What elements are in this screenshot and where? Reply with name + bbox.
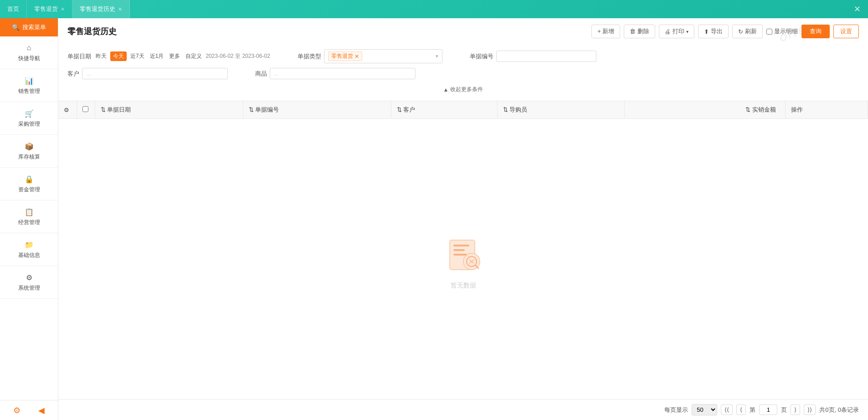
date-options: 昨天今天近7天近1月更多自定义2023-06-02 至 2023-06-02 xyxy=(94,51,270,61)
customer-filter-select[interactable]: ... xyxy=(82,68,228,79)
delete-button[interactable]: 🗑 删除 xyxy=(624,25,655,38)
th-guide-label: ⇅ 导购员 xyxy=(503,106,528,113)
print-icon: 🖨 xyxy=(665,28,671,35)
page-unit: 页 xyxy=(781,406,787,414)
select-all-checkbox[interactable] xyxy=(82,106,88,112)
sidebar-item-finance[interactable]: 🔒 资金管理 xyxy=(0,168,58,200)
sidebar: 🔍 搜索菜单 ⌂ 快捷导航 📊 销售管理 🛒 采购管理 📦 库存核算 🔒 资金管… xyxy=(0,18,58,420)
top-tab-home[interactable]: 首页 xyxy=(0,0,27,18)
th-date-label: ⇅ 单据日期 xyxy=(101,106,131,113)
th-checkbox[interactable] xyxy=(77,101,95,119)
date-opt-today[interactable]: 今天 xyxy=(110,51,127,61)
pagination-bar: 每页显示 102050100 ⟨⟨ ⟨ 第 1 页 ⟩ ⟩⟩ 共0页, 0条记录 xyxy=(58,399,868,420)
top-bar-right: ✕ xyxy=(854,4,868,14)
type-tags: 零售退货 ✕ xyxy=(328,51,362,61)
refresh-button[interactable]: ↻ 刷新 xyxy=(732,25,763,38)
sidebar-icon-inventory: 📦 xyxy=(24,141,34,151)
date-opt-custom[interactable]: 自定义 xyxy=(184,51,204,61)
table-header-row: ⚙ ⇅ 单据日期 ⇅ 单据编号 ⇅ 客户 xyxy=(58,101,868,119)
close-tab-retail-return[interactable]: ✕ xyxy=(61,6,65,12)
page-title-row: 零售退货历史 + 新增 🗑 删除 🖨 打印 ▾ ⬆ 导出 ↻ xyxy=(67,25,859,38)
page-label: 第 xyxy=(750,406,755,414)
filter-row-2: 客户 ... 商品 ... xyxy=(67,68,859,79)
type-tag: 零售退货 ✕ xyxy=(328,51,362,61)
collapse-sidebar-icon[interactable]: ◀ xyxy=(38,405,45,415)
export-icon: ⬆ xyxy=(704,28,709,35)
sidebar-icon-finance: 🔒 xyxy=(24,174,34,184)
first-page-button[interactable]: ⟨⟨ xyxy=(721,405,733,415)
top-tab-retail-return[interactable]: 零售退货✕ xyxy=(27,0,72,18)
th-settings[interactable]: ⚙ xyxy=(58,101,77,119)
th-date: ⇅ 单据日期 xyxy=(95,101,243,119)
th-number-label: ⇅ 单据编号 xyxy=(249,106,279,113)
svg-rect-3 xyxy=(453,254,467,256)
type-select-arrow: ▾ xyxy=(436,53,438,59)
show-detail-label: 显示明细 xyxy=(774,27,798,36)
sidebar-item-quick-nav[interactable]: ⌂ 快捷导航 xyxy=(0,36,58,69)
print-dropdown-icon: ▾ xyxy=(686,29,688,34)
sidebar-icon-sales-mgmt: 📊 xyxy=(24,76,34,86)
query-button[interactable]: 查询 xyxy=(801,25,830,38)
sidebar-search[interactable]: 🔍 搜索菜单 xyxy=(0,18,58,36)
sidebar-item-basic-info[interactable]: 📁 基础信息 xyxy=(0,233,58,266)
new-button[interactable]: + 新增 xyxy=(591,25,620,38)
sidebar-icon-purchase-mgmt: 🛒 xyxy=(24,108,34,118)
th-amount-label: ⇅ 实销金额 xyxy=(745,106,776,113)
collapse-label: 收起更多条件 xyxy=(450,86,483,93)
settings-icon[interactable]: ⚙ xyxy=(64,107,69,113)
setting-button[interactable]: 设置 xyxy=(833,25,859,38)
sidebar-item-purchase-mgmt[interactable]: 🛒 采购管理 xyxy=(0,102,58,135)
sidebar-item-operation[interactable]: 📋 经营管理 xyxy=(0,200,58,233)
sidebar-label-sales-mgmt: 销售管理 xyxy=(18,87,40,95)
page-size-select[interactable]: 102050100 xyxy=(692,404,717,415)
export-label: 导出 xyxy=(711,27,723,36)
sidebar-item-system[interactable]: ⚙ 系统管理 xyxy=(0,266,58,299)
sidebar-icon-operation: 📋 xyxy=(24,207,34,217)
last-page-button[interactable]: ⟩⟩ xyxy=(804,405,816,415)
page-input[interactable]: 1 xyxy=(759,405,777,415)
number-filter-label: 单据编号 xyxy=(470,52,493,61)
empty-state: 暂无数据 xyxy=(58,119,868,399)
settings-bottom-icon[interactable]: ⚙ xyxy=(13,405,21,415)
close-window-button[interactable]: ✕ xyxy=(854,4,861,14)
refresh-icon: ↻ xyxy=(738,28,743,35)
date-opt-yesterday[interactable]: 昨天 xyxy=(94,51,108,61)
show-detail-checkbox[interactable]: 显示明细 xyxy=(766,27,798,36)
sidebar-search-label: 搜索菜单 xyxy=(22,23,46,31)
search-icon: 🔍 xyxy=(12,24,20,31)
date-opt-more[interactable]: 更多 xyxy=(167,51,182,61)
close-tab-retail-return-history[interactable]: ✕ xyxy=(118,6,122,12)
sidebar-label-purchase-mgmt: 采购管理 xyxy=(18,120,40,128)
sidebar-icon-basic-info: 📁 xyxy=(24,240,34,250)
filter-row-1: 单据日期 昨天今天近7天近1月更多自定义2023-06-02 至 2023-06… xyxy=(67,49,859,63)
sidebar-item-inventory[interactable]: 📦 库存核算 xyxy=(0,135,58,168)
type-filter-select[interactable]: 零售退货 ✕ ▾ xyxy=(324,49,442,63)
svg-rect-1 xyxy=(453,245,469,246)
collapse-bar[interactable]: ▲ 收起更多条件 xyxy=(67,84,859,97)
th-number: ⇅ 单据编号 xyxy=(243,101,391,119)
sidebar-label-system: 系统管理 xyxy=(18,284,40,292)
top-tab-retail-return-history[interactable]: 零售退货历史✕ xyxy=(72,0,130,18)
table-container: ⚙ ⇅ 单据日期 ⇅ 单据编号 ⇅ 客户 xyxy=(58,101,868,399)
empty-text: 暂无数据 xyxy=(451,282,476,290)
th-customer-label: ⇅ 客户 xyxy=(397,106,416,113)
date-opt-last7[interactable]: 近7天 xyxy=(128,51,146,61)
sidebar-item-sales-mgmt[interactable]: 📊 销售管理 xyxy=(0,69,58,102)
sidebar-icon-quick-nav: ⌂ xyxy=(24,43,34,53)
date-filter-label: 单据日期 xyxy=(67,52,91,61)
show-detail-input[interactable] xyxy=(766,29,772,35)
th-action: 操作 xyxy=(785,101,868,119)
prev-page-button[interactable]: ⟨ xyxy=(736,405,746,415)
print-button[interactable]: 🖨 打印 ▾ xyxy=(659,25,694,38)
number-filter: 单据编号 xyxy=(470,51,596,62)
customer-filter-label: 客户 xyxy=(67,70,79,78)
date-opt-last1m[interactable]: 近1月 xyxy=(148,51,166,61)
export-button[interactable]: ⬆ 导出 xyxy=(698,25,729,38)
customer-ellipsis: ... xyxy=(86,70,91,77)
print-label: 打印 xyxy=(673,27,684,36)
goods-filter-select[interactable]: ... xyxy=(270,68,416,79)
number-filter-input[interactable] xyxy=(496,51,596,62)
next-page-button[interactable]: ⟩ xyxy=(791,405,800,415)
customer-filter: 客户 ... xyxy=(67,68,228,79)
data-table: ⚙ ⇅ 单据日期 ⇅ 单据编号 ⇅ 客户 xyxy=(58,101,868,119)
